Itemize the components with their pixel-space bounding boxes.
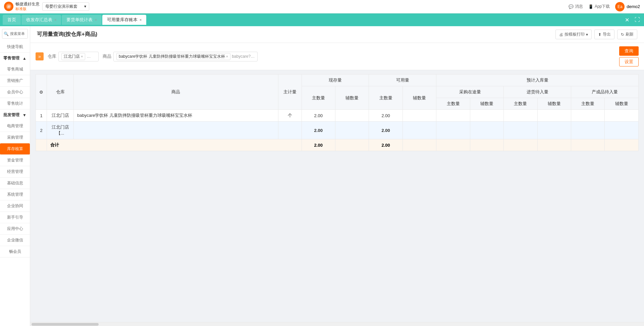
row1-goods: babycare学饮杯 儿童防摔防撞吸管杯重力球吸嘴杯宝宝水杯 (74, 110, 278, 122)
row2-production-aux (605, 122, 639, 139)
sidebar-item-wholesale-mgmt[interactable]: 批发管理 ▼ (0, 109, 30, 121)
template-print-btn[interactable]: 🖨 按模板打印 ▾ (555, 30, 592, 39)
th-purchase-main: 主数量 (436, 98, 470, 110)
row1-available-aux (402, 110, 436, 122)
tab-available-close[interactable]: × (140, 18, 142, 22)
warehouse-tag-1-text: 江北门店 (64, 54, 80, 59)
tab-collection-close[interactable]: × (54, 18, 56, 22)
close-window-btn[interactable]: ✕ (624, 15, 631, 25)
sidebar-item-purchase[interactable]: 采购管理 (0, 132, 30, 143)
footer-label: 合计 (47, 139, 302, 151)
search-menu-btn[interactable]: 🔍 搜索菜单 (2, 29, 28, 39)
top-bar-left: 好 畅捷通好生意 标准版 母婴行业演示账套 ▾ (4, 2, 89, 11)
app-download-btn[interactable]: 📱 App下载 (588, 4, 610, 9)
scroll-thumb[interactable] (32, 323, 99, 326)
sidebar-item-quick-nav[interactable]: 快捷导航 (0, 41, 30, 53)
top-bar-right: 💬 消息 📱 App下载 Ea demo2 (569, 2, 640, 11)
th-available-group: 可用量 (369, 75, 436, 86)
user-name: demo2 (627, 4, 640, 9)
footer-purchase-main (436, 139, 470, 151)
sidebar-item-members[interactable]: 畅会员 (0, 246, 30, 258)
tab-home-label: 首页 (7, 17, 16, 23)
sidebar-item-enterprise-wechat[interactable]: 企业微信 (0, 235, 30, 246)
sidebar-item-inventory[interactable]: 库存核算 (0, 143, 30, 155)
row1-index: 1 (36, 110, 47, 122)
goods-tag-1-remove[interactable]: × (226, 54, 228, 58)
main-layout: 🔍 搜索菜单 快捷导航 零售管理 ▲ 零售商城 营销推广 会员中心 零售统计 批… (0, 26, 644, 326)
data-table: ⚙ 仓库 商品 主计量 现存量 可用量 预计入库量 主数量 辅数量 主数量 辅数… (36, 74, 639, 151)
app-download-label: App下载 (595, 4, 610, 9)
footer-production-main (571, 139, 605, 151)
tab-requisition-close[interactable]: × (95, 18, 97, 22)
th-goods: 商品 (74, 75, 278, 110)
sidebar-item-enterprise-collab[interactable]: 企业协同 (0, 200, 30, 212)
th-stock-group: 现存量 (302, 75, 369, 86)
sidebar-item-retail-mgmt[interactable]: 零售管理 ▲ (0, 53, 30, 64)
warehouse-tag-1: 江北门店 × (61, 53, 85, 60)
sidebar-item-retail-stats[interactable]: 零售统计 (0, 98, 30, 109)
tab-home[interactable]: 首页 (3, 15, 21, 25)
sidebar-item-ecommerce[interactable]: 电商管理 (0, 121, 30, 132)
tab-available[interactable]: 可用量库存账本 × (102, 15, 146, 25)
sidebar-item-system[interactable]: 系统管理 (0, 189, 30, 200)
footer-available-aux (402, 139, 436, 151)
tab-collection[interactable]: 收发存汇总表 × (21, 15, 61, 25)
filter-bar: » 仓库 江北门店 × … 商品 babycare学饮杯 儿童防摔防撞吸管杯重力… (30, 43, 644, 70)
refresh-btn[interactable]: ↻ 刷新 (617, 30, 637, 39)
th-production-group: 产成品待入量 (571, 86, 639, 98)
warehouse-tag-box[interactable]: 江北门店 × … (58, 52, 99, 61)
nav-right-btns: ✕ ⛶ (624, 15, 641, 25)
goods-tag-box[interactable]: babycare学饮杯 儿童防摔防撞吸管杯重力球吸嘴杯宝宝水杯 × babyca… (113, 52, 258, 61)
message-icon: 💬 (569, 4, 574, 9)
table-row: 1 江北门店 babycare学饮杯 儿童防摔防撞吸管杯重力球吸嘴杯宝宝水杯 个… (36, 110, 639, 122)
horizontal-scrollbar[interactable] (30, 322, 644, 326)
th-planned-group: 预计入库量 (436, 75, 639, 86)
th-purchase-aux: 辅数量 (470, 98, 503, 110)
search-icon: 🔍 (4, 32, 9, 36)
logo-text-area: 畅捷通好生意 标准版 (15, 2, 40, 11)
message-label: 消息 (575, 4, 583, 9)
tab-available-label: 可用量库存账本 (107, 17, 138, 23)
warehouse-ellipsis: … (87, 54, 91, 59)
warehouse-tag-1-remove[interactable]: × (81, 54, 83, 58)
th-available-main: 主数量 (369, 86, 402, 110)
sidebar-item-retail-shop[interactable]: 零售商城 (0, 64, 30, 75)
row2-unit (278, 122, 302, 139)
maximize-btn[interactable]: ⛶ (633, 15, 641, 25)
row1-arrival-main (504, 110, 537, 122)
sidebar-item-new-guide[interactable]: 新手引导 (0, 212, 30, 223)
user-area[interactable]: Ea demo2 (615, 2, 640, 11)
sidebar-item-marketing[interactable]: 营销推广 (0, 75, 30, 87)
th-production-aux: 辅数量 (605, 98, 639, 110)
page-title: 可用量查询(按仓库+商品) (37, 31, 97, 41)
row2-warehouse: 江北门店【... (47, 122, 74, 139)
chevron-down-icon: ▾ (84, 4, 86, 9)
sidebar-item-basic-info[interactable]: 基础信息 (0, 178, 30, 189)
row2-goods (74, 122, 278, 139)
footer-arrival-aux (537, 139, 571, 151)
row1-available-main: 2.00 (369, 110, 402, 122)
filter-expand-btn[interactable]: » (36, 52, 44, 60)
sidebar-item-finance[interactable]: 资金管理 (0, 155, 30, 166)
export-icon: ⬆ (598, 32, 601, 37)
th-arrival-main: 主数量 (504, 98, 537, 110)
logo-area: 好 畅捷通好生意 标准版 (4, 2, 40, 11)
settings-btn[interactable]: 设置 (619, 57, 639, 66)
th-stock-aux: 辅数量 (335, 86, 369, 110)
wholesale-label: 批发管理 (3, 112, 19, 118)
sidebar-item-member-center[interactable]: 会员中心 (0, 87, 30, 98)
logo-icon: 好 (4, 2, 13, 11)
goods-filter-group: 商品 babycare学饮杯 儿童防摔防撞吸管杯重力球吸嘴杯宝宝水杯 × bab… (103, 52, 258, 61)
sidebar: 🔍 搜索菜单 快捷导航 零售管理 ▲ 零售商城 营销推广 会员中心 零售统计 批… (0, 26, 30, 326)
export-btn[interactable]: ⬆ 导出 (594, 30, 614, 39)
sidebar-item-business[interactable]: 经营管理 (0, 166, 30, 178)
row1-purchase-aux (470, 110, 503, 122)
query-btn[interactable]: 查询 (619, 46, 639, 56)
th-settings[interactable]: ⚙ (36, 75, 47, 110)
sidebar-item-app-center[interactable]: 应用中心 (0, 223, 30, 235)
retail-mgmt-label: 零售管理 (3, 55, 19, 61)
message-btn[interactable]: 💬 消息 (569, 4, 583, 9)
tab-requisition[interactable]: 要货单统计表 × (62, 15, 101, 25)
industry-selector[interactable]: 母婴行业演示账套 ▾ (42, 2, 89, 11)
logo-sub-text: 标准版 (15, 6, 40, 11)
